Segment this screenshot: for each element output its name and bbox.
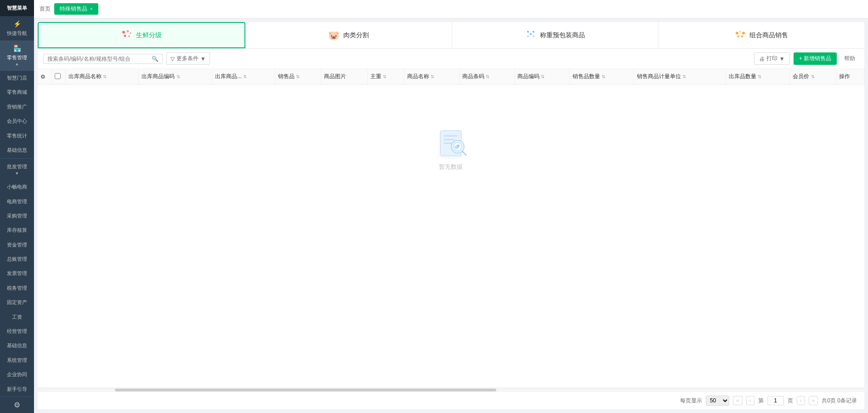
svg-point-2	[130, 32, 131, 34]
sidebar-item-smart-store[interactable]: 智慧门店	[0, 71, 34, 85]
print-arrow-icon: ▼	[779, 56, 785, 62]
filter-button[interactable]: ▽ 更多条件 ▼	[166, 52, 210, 65]
col-out-product-name[interactable]: 出库商品名称	[65, 69, 139, 85]
tab-combo-sale-label: 组合商品销售	[749, 31, 788, 40]
col-label: 商品条码	[462, 73, 484, 80]
col-product-name[interactable]: 商品名称	[404, 69, 460, 85]
col-product-barcode[interactable]: 商品条码	[460, 69, 515, 85]
search-input[interactable]	[47, 56, 150, 62]
sidebar-item-member-center[interactable]: 会员中心	[0, 114, 34, 128]
sidebar-item-system-mgmt[interactable]: 系统管理	[0, 353, 34, 367]
svg-point-7	[533, 31, 534, 33]
svg-point-25	[457, 144, 460, 147]
sidebar-item-finance-mgmt[interactable]: 资金管理	[0, 238, 34, 252]
col-sales-product[interactable]: 销售品	[275, 69, 321, 85]
tab-meat-cut-label: 肉类分割	[343, 31, 369, 40]
svg-point-0	[122, 31, 125, 34]
sidebar-item-newbie-guide[interactable]: 新手引导	[0, 382, 34, 396]
close-tab-icon[interactable]: ×	[90, 6, 93, 11]
svg-point-3	[124, 35, 126, 37]
col-label: 出库商品编码	[142, 73, 175, 80]
sidebar-item-ops-mgmt[interactable]: 经营管理	[0, 324, 34, 338]
page-number-input[interactable]	[767, 396, 784, 405]
filter-icon: ▽	[170, 56, 175, 62]
last-page-button[interactable]: »	[809, 396, 818, 405]
scrollbar-thumb[interactable]	[115, 389, 496, 391]
per-page-label: 每页显示	[680, 397, 702, 405]
app-logo: 智慧菜单	[0, 0, 34, 16]
settings-gear-button[interactable]: ⚙	[0, 397, 34, 413]
first-page-button[interactable]: «	[733, 396, 743, 405]
col-label: 销售品数量	[573, 73, 600, 80]
sidebar-item-label: 智慧门店	[7, 75, 27, 81]
col-main-weight[interactable]: 主重	[367, 69, 404, 85]
per-page-select[interactable]: 50 10 20 100	[706, 396, 729, 406]
horizontal-scrollbar[interactable]	[38, 388, 864, 391]
col-label: 操作	[839, 73, 850, 80]
col-sales-qty[interactable]: 销售品数量	[570, 69, 634, 85]
tab-combo-sale[interactable]: 组合商品销售	[658, 22, 864, 48]
prev-page-button[interactable]: ‹	[746, 396, 755, 405]
sidebar-item-label: 工资	[12, 314, 22, 321]
sidebar-item-label: 经营管理	[7, 328, 27, 335]
sidebar-item-wholesale-mgmt[interactable]: 批发管理 ▼	[0, 160, 34, 180]
toolbar-left: 🔍 ▽ 更多条件 ▼	[43, 52, 210, 65]
sidebar-item-fixed-assets[interactable]: 固定资产	[0, 295, 34, 310]
svg-point-6	[529, 33, 532, 35]
print-button[interactable]: 🖨 打印 ▼	[754, 52, 790, 65]
col-out-product-code[interactable]: 出库商品编码	[139, 69, 212, 85]
sidebar-item-salary[interactable]: 工资	[0, 310, 34, 324]
tab-weigh-pack-label: 称重预包装商品	[540, 31, 585, 40]
tab-meat-cut[interactable]: 🐷 肉类分割	[245, 22, 452, 48]
sidebar-item-tax-mgmt[interactable]: 税务管理	[0, 281, 34, 295]
col-label: 商品编码	[517, 73, 539, 80]
svg-point-11	[739, 31, 741, 33]
toolbar-right: 🖨 打印 ▼ + 新增销售品 帮助	[754, 52, 859, 65]
col-label: 出库品数量	[729, 73, 756, 80]
col-settings[interactable]: ⚙	[38, 69, 51, 85]
new-product-button[interactable]: + 新增销售品	[794, 52, 837, 65]
sidebar-item-stock-check[interactable]: 库存核算	[0, 223, 34, 237]
sidebar-item-purchase-mgmt[interactable]: 采购管理	[0, 209, 34, 223]
svg-point-9	[533, 35, 534, 37]
sidebar-item-sales-promo[interactable]: 营销推广	[0, 100, 34, 114]
col-label: 出库商品名称	[68, 73, 102, 80]
help-button[interactable]: 帮助	[840, 53, 859, 64]
tab-fresh-grade[interactable]: 生鲜分级	[38, 22, 245, 48]
svg-point-5	[527, 31, 529, 33]
home-tab[interactable]: 首页	[40, 5, 51, 13]
col-product-code[interactable]: 商品编码	[515, 69, 570, 85]
sidebar-item-retail-stats[interactable]: 零售统计	[0, 129, 34, 143]
sidebar-item-general-ledger[interactable]: 总账管理	[0, 252, 34, 266]
svg-rect-19	[444, 139, 454, 140]
sidebar-item-label: 基础信息	[7, 147, 27, 154]
print-icon: 🖨	[759, 56, 765, 62]
sidebar-item-label: 批发管理	[7, 163, 27, 170]
sidebar-item-corp-agreement[interactable]: 企业协同	[0, 367, 34, 382]
pagination-bar: 每页显示 50 10 20 100 « ‹ 第 页 › » 共0页 0条记录	[38, 391, 864, 409]
sidebar-item-basic-info[interactable]: 基础信息	[0, 143, 34, 157]
empty-illustration	[430, 121, 471, 163]
col-product-image: 商品图片	[321, 69, 367, 85]
col-label: 销售商品计量单位	[637, 73, 681, 80]
next-page-button[interactable]: ›	[797, 396, 805, 405]
sidebar-item-basic-info2[interactable]: 基础信息	[0, 338, 34, 353]
sidebar-item-invoice-mgmt[interactable]: 发票管理	[0, 266, 34, 281]
sidebar-item-label: 资金管理	[7, 241, 27, 248]
top-bar: 首页 特殊销售品 ×	[34, 0, 868, 18]
col-checkbox[interactable]	[51, 69, 65, 85]
sidebar-item-ecom-mgmt[interactable]: 电商管理	[0, 195, 34, 209]
search-input-wrap[interactable]: 🔍	[43, 54, 163, 64]
sidebar-item-mini-ecom[interactable]: 小畅电商	[0, 180, 34, 194]
col-out-product-x[interactable]: 出库商品...	[212, 69, 275, 85]
sidebar-item-retail-mgmt[interactable]: 🏪 零售管理 ▲	[0, 40, 34, 71]
col-member-price[interactable]: 会员价	[790, 69, 836, 85]
col-out-qty[interactable]: 出库品数量	[726, 69, 790, 85]
sidebar-item-quick-nav[interactable]: ⚡ 快捷导航	[0, 16, 34, 40]
col-sales-unit[interactable]: 销售商品计量单位	[634, 69, 726, 85]
active-tab[interactable]: 特殊销售品 ×	[54, 3, 98, 15]
sidebar-item-retail-mall[interactable]: 零售商城	[0, 85, 34, 99]
col-label: 出库商品...	[215, 73, 242, 80]
tab-weigh-pack[interactable]: 称重预包装商品	[452, 22, 658, 48]
select-all-checkbox[interactable]	[55, 73, 61, 79]
